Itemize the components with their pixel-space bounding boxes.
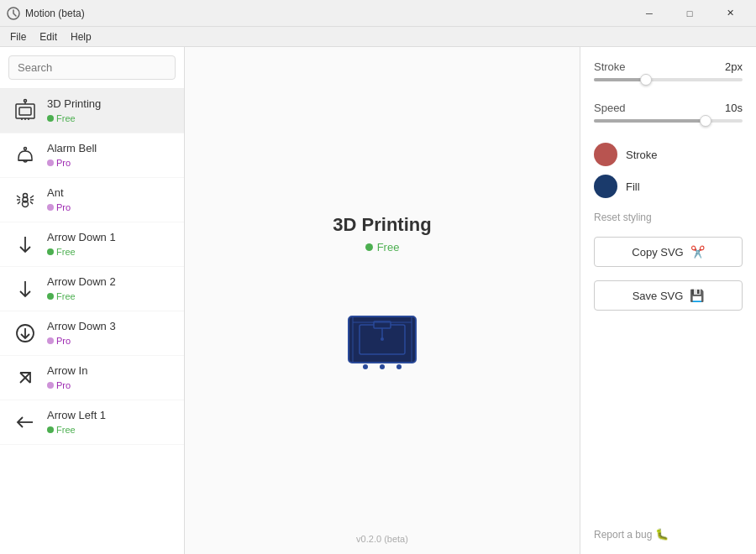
- copy-svg-icon: ✂️: [690, 245, 705, 259]
- save-svg-button[interactable]: Save SVG 💾: [594, 280, 743, 311]
- sidebar-list: 3D Printing Free Alarm Bell: [0, 89, 184, 554]
- sidebar-item-arrow-down-1[interactable]: Arrow Down 1 Free: [0, 222, 184, 267]
- speed-slider-thumb[interactable]: [700, 115, 711, 127]
- icon-preview: [332, 287, 433, 388]
- alarm-bell-badge: Pro: [47, 158, 71, 168]
- app-icon: [7, 7, 20, 20]
- right-panel: Stroke 2px Speed 10s Stroke: [580, 47, 756, 554]
- stroke-control: Stroke 2px: [594, 60, 743, 81]
- arrow-down-1-info: Arrow Down 1 Free: [47, 231, 116, 259]
- fill-color-dot: [594, 175, 617, 198]
- sidebar-item-arrow-down-2[interactable]: Arrow Down 2 Free: [0, 267, 184, 311]
- svg-line-17: [30, 196, 34, 198]
- svg-point-10: [24, 148, 27, 150]
- stroke-prop-row: Stroke 2px: [594, 60, 743, 73]
- stroke-color-dot: [594, 143, 617, 166]
- speed-slider-track[interactable]: [594, 119, 743, 123]
- svg-line-19: [30, 201, 33, 204]
- report-bug-link[interactable]: Report a bug 🐛: [594, 528, 743, 541]
- stroke-value: 2px: [725, 60, 743, 73]
- arrow-down-1-icon: [10, 229, 40, 259]
- sidebar-item-alarm-bell[interactable]: Alarm Bell Pro: [0, 133, 184, 178]
- arrow-down-2-badge: Free: [47, 291, 76, 301]
- fill-color-row[interactable]: Fill: [594, 175, 743, 198]
- stroke-slider-thumb[interactable]: [640, 74, 652, 86]
- arrow-left-1-badge: Free: [47, 425, 76, 435]
- svg-point-31: [381, 337, 384, 341]
- ant-info: Ant Pro: [47, 186, 71, 214]
- svg-point-33: [380, 364, 385, 369]
- sidebar-item-3d-printing[interactable]: 3D Printing Free: [0, 89, 184, 133]
- center-content: 3D Printing Free v0.2.0: [185, 47, 580, 554]
- svg-point-7: [24, 100, 27, 102]
- speed-prop-row: Speed 10s: [594, 102, 743, 114]
- stroke-color-label: Stroke: [626, 149, 658, 161]
- window-controls: ─ □ ✕: [630, 0, 749, 27]
- 3d-printing-name: 3D Printing: [47, 97, 101, 110]
- arrow-in-name: Arrow In: [47, 364, 87, 377]
- sidebar-item-arrow-in[interactable]: Arrow In Pro: [0, 356, 184, 400]
- menu-help[interactable]: Help: [64, 29, 98, 44]
- menubar: File Edit Help: [0, 27, 756, 47]
- report-bug-label: Report a bug: [594, 529, 652, 541]
- alarm-bell-info: Alarm Bell Pro: [47, 142, 97, 170]
- main-layout: 3D Printing Free Alarm Bell: [0, 47, 756, 554]
- ant-icon: [10, 185, 40, 215]
- arrow-in-badge: Pro: [47, 380, 71, 390]
- sidebar-item-arrow-down-3[interactable]: Arrow Down 3 Pro: [0, 311, 184, 356]
- speed-label: Speed: [594, 102, 626, 114]
- search-container: [0, 47, 184, 89]
- reset-styling-link[interactable]: Reset styling: [594, 212, 743, 223]
- sidebar-item-ant[interactable]: Ant Pro: [0, 178, 184, 222]
- sidebar-item-arrow-left-1[interactable]: Arrow Left 1 Free: [0, 400, 184, 445]
- arrow-in-icon: [10, 363, 40, 393]
- ant-name: Ant: [47, 186, 71, 199]
- stroke-slider-track[interactable]: [594, 78, 743, 81]
- arrow-left-1-icon: [10, 407, 40, 437]
- stroke-slider-fill: [594, 78, 646, 81]
- menu-edit[interactable]: Edit: [33, 29, 64, 44]
- fill-color-label: Fill: [626, 180, 640, 193]
- arrow-down-1-name: Arrow Down 1: [47, 231, 116, 243]
- arrow-down-3-info: Arrow Down 3 Pro: [47, 320, 116, 348]
- svg-line-14: [17, 196, 20, 198]
- svg-rect-2: [19, 107, 31, 115]
- save-svg-label: Save SVG: [633, 290, 684, 302]
- speed-slider-fill: [594, 119, 706, 123]
- svg-point-34: [396, 364, 402, 369]
- arrow-down-2-name: Arrow Down 2: [47, 275, 116, 288]
- save-svg-icon: 💾: [690, 289, 704, 302]
- menu-file[interactable]: File: [3, 29, 33, 44]
- color-section: Stroke Fill: [594, 143, 743, 198]
- copy-svg-button[interactable]: Copy SVG ✂️: [594, 237, 743, 267]
- svg-line-16: [18, 201, 20, 204]
- version-text: v0.2.0 (beta): [356, 534, 408, 544]
- 3d-printing-badge: Free: [47, 113, 76, 123]
- arrow-left-1-info: Arrow Left 1 Free: [47, 409, 106, 436]
- bug-icon: 🐛: [655, 528, 669, 541]
- maximize-button[interactable]: □: [670, 0, 709, 27]
- 3d-printing-icon: [10, 96, 40, 126]
- arrow-down-3-name: Arrow Down 3: [47, 320, 116, 332]
- arrow-down-2-icon: [10, 274, 40, 304]
- close-button[interactable]: ✕: [711, 0, 749, 27]
- svg-point-32: [363, 364, 368, 369]
- arrow-in-info: Arrow In Pro: [47, 364, 87, 392]
- 3d-printing-info: 3D Printing Free: [47, 97, 101, 125]
- titlebar: Motion (beta) ─ □ ✕: [0, 0, 756, 27]
- speed-value: 10s: [725, 102, 743, 114]
- arrow-down-1-badge: Free: [47, 247, 76, 257]
- arrow-down-3-icon: [10, 318, 40, 348]
- search-input[interactable]: [8, 55, 176, 80]
- stroke-label: Stroke: [594, 60, 626, 73]
- ant-badge: Pro: [47, 202, 71, 212]
- content-title: 3D Printing: [333, 214, 431, 236]
- sidebar: 3D Printing Free Alarm Bell: [0, 47, 185, 554]
- arrow-down-2-info: Arrow Down 2 Free: [47, 275, 116, 303]
- alarm-bell-icon: [10, 140, 40, 170]
- speed-control: Speed 10s: [594, 102, 743, 123]
- content-badge: Free: [365, 241, 400, 253]
- minimize-button[interactable]: ─: [630, 0, 669, 27]
- stroke-color-row[interactable]: Stroke: [594, 143, 743, 166]
- copy-svg-label: Copy SVG: [632, 246, 683, 259]
